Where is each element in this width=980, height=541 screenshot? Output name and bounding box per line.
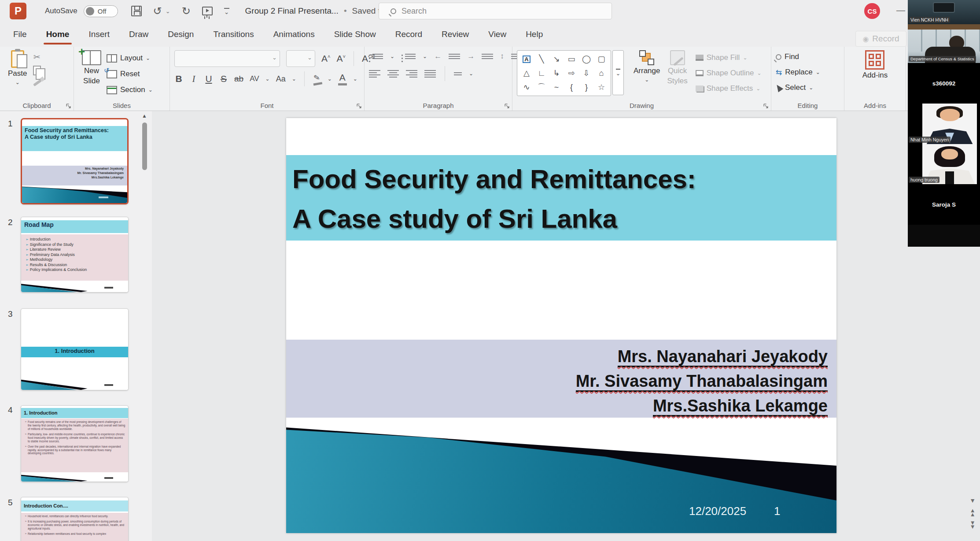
- font-name-combo[interactable]: [174, 50, 280, 67]
- highlight-chevron-icon[interactable]: ⌄: [328, 76, 332, 82]
- tab-insert[interactable]: Insert: [88, 27, 111, 42]
- next-slide-button[interactable]: ▼▼: [970, 521, 976, 529]
- tab-slide-show[interactable]: Slide Show: [333, 27, 377, 42]
- bold-button[interactable]: B: [174, 74, 183, 84]
- rectangle-shape-icon[interactable]: ▭: [567, 55, 575, 63]
- tab-draw[interactable]: Draw: [128, 27, 149, 42]
- align-center-icon[interactable]: [387, 70, 399, 78]
- font-dialog-launcher-icon[interactable]: [356, 103, 362, 109]
- shrink-font-icon[interactable]: A˅: [336, 53, 345, 64]
- line-shape-icon[interactable]: ╲: [539, 55, 544, 63]
- shape-fill-button[interactable]: Shape Fill⌄: [696, 52, 762, 63]
- line-spacing-icon[interactable]: ↕: [500, 52, 504, 61]
- slide-title-placeholder[interactable]: Food Security and Remittances: A Case st…: [286, 155, 836, 241]
- participant-tile-huong-truong[interactable]: huong truong: [908, 144, 980, 184]
- font-size-combo[interactable]: [286, 50, 315, 67]
- right-brace-shape-icon[interactable]: }: [585, 83, 588, 91]
- meeting-video-panel[interactable]: Vien NCKH HVNH Department of Census & St…: [908, 0, 980, 247]
- format-painter-icon[interactable]: [33, 79, 42, 86]
- increase-indent-icon[interactable]: →: [467, 52, 475, 61]
- shape-effects-button[interactable]: Shape Effects⌄: [696, 83, 762, 94]
- shape-gallery[interactable]: A ╲ ↘ ▭ ◯ ▢ △ ∟ ↳ ⇨ ⇩ ⌂ ∿ ⌒ ~ { } ☆: [517, 50, 611, 96]
- tab-file[interactable]: File: [12, 27, 28, 42]
- text-box-shape-icon[interactable]: A: [523, 56, 530, 63]
- justify-icon[interactable]: [424, 70, 436, 78]
- autosave-toggle[interactable]: Off: [84, 5, 118, 17]
- find-button[interactable]: Find: [776, 51, 820, 63]
- slide-thumbnail-3[interactable]: 1. Introduction: [21, 308, 129, 390]
- layout-button[interactable]: Layout ⌄: [107, 51, 153, 65]
- left-brace-shape-icon[interactable]: {: [570, 83, 573, 91]
- decrease-indent-icon[interactable]: ←: [434, 52, 442, 61]
- tab-transitions[interactable]: Transitions: [212, 27, 254, 42]
- curve-shape-icon[interactable]: ~: [554, 83, 559, 91]
- character-spacing-icon[interactable]: AV: [250, 74, 259, 83]
- numbering-icon[interactable]: [402, 54, 416, 59]
- rounded-rectangle-shape-icon[interactable]: ▢: [597, 55, 605, 63]
- star-shape-icon[interactable]: ☆: [598, 83, 605, 91]
- slide-thumbnail-2[interactable]: Road Map ➢Introduction ➢Significance of …: [21, 217, 129, 293]
- reset-button[interactable]: Reset: [107, 67, 153, 81]
- down-arrow-shape-icon[interactable]: ⇩: [583, 69, 589, 77]
- tab-record[interactable]: Record: [394, 27, 423, 42]
- drawing-dialog-launcher-icon[interactable]: [763, 103, 769, 109]
- clipboard-dialog-launcher-icon[interactable]: [66, 103, 71, 109]
- font-color-chevron-icon[interactable]: ⌄: [353, 76, 357, 82]
- columns-chevron-icon[interactable]: ⌄: [469, 70, 473, 77]
- oval-shape-icon[interactable]: ◯: [582, 55, 591, 63]
- copy-icon[interactable]: [33, 66, 41, 75]
- strikethrough-button[interactable]: S: [219, 74, 228, 84]
- highlight-color-icon[interactable]: ✎: [312, 72, 322, 85]
- thumbnail-scroll-up-icon[interactable]: ▲: [142, 113, 147, 119]
- scroll-down-icon[interactable]: ▼: [969, 497, 976, 504]
- tab-animations[interactable]: Animations: [273, 27, 316, 42]
- save-icon[interactable]: [131, 6, 142, 16]
- participant-tile-room[interactable]: Vien NCKH HVNH: [908, 0, 980, 24]
- tab-review[interactable]: Review: [441, 27, 470, 42]
- shape-gallery-more-button[interactable]: ⌄: [612, 50, 624, 95]
- replace-button[interactable]: ⇆Replace⌄: [776, 67, 820, 78]
- freeform-shape-icon[interactable]: ⌂: [599, 69, 604, 77]
- align-right-icon[interactable]: [406, 70, 417, 78]
- section-button[interactable]: Section ⌄: [107, 83, 153, 97]
- underline-button[interactable]: U: [204, 74, 213, 84]
- scribble-shape-icon[interactable]: ∿: [523, 83, 530, 91]
- quick-styles-button[interactable]: Quick Styles: [663, 50, 691, 85]
- shape-outline-button[interactable]: Shape Outline⌄: [696, 67, 762, 79]
- columns-icon[interactable]: [454, 72, 462, 75]
- user-avatar[interactable]: CS: [864, 3, 880, 19]
- undo-chevron-icon[interactable]: ⌄: [166, 8, 170, 15]
- main-slide[interactable]: Food Security and Remittances: A Case st…: [286, 118, 836, 533]
- italic-button[interactable]: I: [189, 74, 198, 85]
- slide-thumbnail-5[interactable]: Introduction Con.... ➢Household level, r…: [21, 497, 129, 541]
- numbering-chevron-icon[interactable]: ⌄: [423, 53, 427, 59]
- tab-view[interactable]: View: [487, 27, 507, 42]
- font-color-icon[interactable]: A: [338, 72, 347, 85]
- redo-icon[interactable]: ↻: [182, 5, 191, 17]
- search-input[interactable]: [402, 7, 578, 16]
- spacing-chevron-icon[interactable]: ⌄: [265, 76, 270, 82]
- tab-design[interactable]: Design: [167, 27, 195, 42]
- grow-font-icon[interactable]: A˄: [321, 53, 330, 64]
- align-left-icon[interactable]: [369, 70, 380, 78]
- slide-authors-placeholder[interactable]: Mrs. Nayanahari Jeyakody Mr. Sivasamy Th…: [286, 340, 836, 418]
- participant-tile-saroja[interactable]: Saroja S: [908, 184, 980, 225]
- bullets-chevron-icon[interactable]: ⌄: [390, 53, 394, 59]
- minimize-icon[interactable]: —: [896, 5, 905, 15]
- new-slide-button[interactable]: New Slide: [78, 50, 105, 85]
- elbow-arrow-connector-icon[interactable]: ↳: [553, 69, 560, 77]
- previous-slide-button[interactable]: ▲▲: [970, 508, 976, 516]
- arc-shape-icon[interactable]: ⌒: [538, 83, 545, 91]
- slide-thumbnail-1[interactable]: Food Security and Remittances: A Case st…: [21, 118, 129, 204]
- paragraph-dialog-launcher-icon[interactable]: [504, 103, 510, 109]
- tab-help[interactable]: Help: [525, 27, 544, 42]
- change-case-icon[interactable]: Aa: [276, 74, 286, 84]
- select-button[interactable]: Select⌄: [776, 82, 820, 93]
- thumbnail-scrollbar-thumb[interactable]: [142, 122, 147, 170]
- bullets-icon[interactable]: [369, 54, 383, 59]
- search-box[interactable]: [379, 3, 612, 19]
- tab-home[interactable]: Home: [45, 27, 70, 42]
- triangle-shape-icon[interactable]: △: [523, 69, 530, 77]
- paste-button[interactable]: Paste ⌄: [4, 50, 30, 85]
- case-chevron-icon[interactable]: ⌄: [292, 76, 296, 82]
